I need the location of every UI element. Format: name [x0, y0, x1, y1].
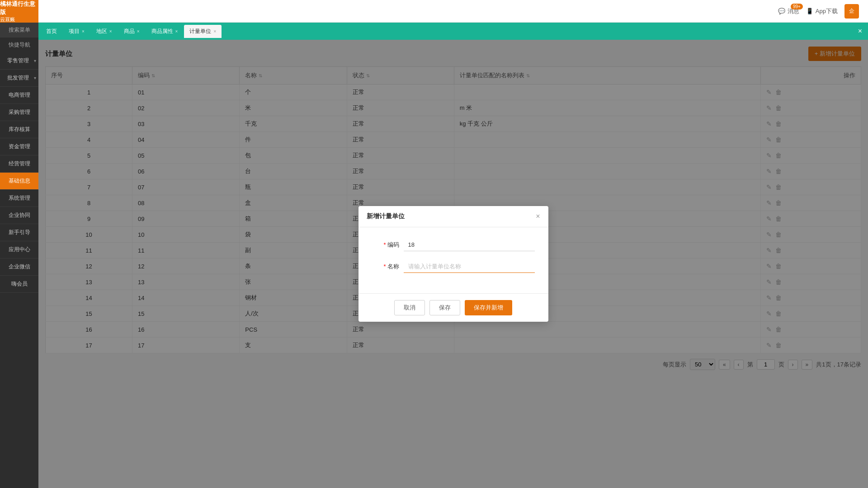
tab-goods-attr[interactable]: 商品属性 × [146, 25, 184, 38]
modal-body: *编码 *名称 [359, 227, 548, 293]
sidebar-item-ops[interactable]: 经营管理 [0, 155, 38, 173]
close-unit-tab[interactable]: × [213, 29, 216, 34]
modal-header: 新增计量单位 × [359, 206, 548, 227]
sidebar-item-purchase[interactable]: 采购管理 [0, 104, 38, 121]
sidebar-item-retail[interactable]: 零售管理 ▾ [0, 52, 38, 70]
sidebar-item-vip[interactable]: 嗨会员 [0, 276, 38, 293]
close-goods-attr-tab[interactable]: × [175, 29, 178, 34]
app-logo: 橘林通行生意版 云豆账 [0, 0, 38, 23]
tab-unit[interactable]: 计量单位 × [184, 25, 222, 38]
logo-text: 橘林通行生意版 [0, 0, 38, 16]
main-content: 💬 消息 99+ 📱 App下载 企 首页 项目 × 地区 × 商品 × [38, 0, 868, 488]
quick-nav[interactable]: 快捷导航 [0, 38, 38, 52]
modal-close-btn[interactable]: × [536, 212, 540, 221]
logo-sub: 云豆账 [0, 16, 38, 23]
save-and-new-button[interactable]: 保存并新增 [465, 300, 512, 315]
code-label: *编码 [372, 241, 399, 249]
search-menu[interactable]: 搜索菜单 [0, 23, 38, 38]
sidebar-item-system[interactable]: 系统管理 [0, 190, 38, 207]
app-download-label: App下载 [816, 7, 838, 15]
tab-home[interactable]: 首页 [41, 25, 62, 38]
user-avatar[interactable]: 企 [844, 4, 859, 19]
modal-title: 新增计量单位 [367, 212, 405, 221]
save-button[interactable]: 保存 [429, 300, 460, 315]
name-input[interactable] [404, 260, 535, 273]
tab-goods[interactable]: 商品 × [118, 25, 145, 38]
sidebar-item-inventory[interactable]: 库存核算 [0, 121, 38, 138]
sidebar-item-finance[interactable]: 资金管理 [0, 138, 38, 155]
modal-footer: 取消 保存 保存并新增 [359, 293, 548, 322]
sidebar-item-enterprise[interactable]: 企业微信 [0, 258, 38, 276]
close-region-tab[interactable]: × [109, 29, 112, 34]
header-actions: 💬 消息 99+ 📱 App下载 企 [778, 4, 859, 19]
sidebar-item-appcenter[interactable]: 应用中心 [0, 241, 38, 258]
name-label: *名称 [372, 263, 399, 271]
sidebar-item-guide[interactable]: 新手引导 [0, 224, 38, 241]
content-area: 计量单位 + 新增计量单位 序号 编码⇅ 名称⇅ 状态⇅ 计量单位匹配的名称列表… [38, 40, 868, 488]
tabs-bar: 首页 项目 × 地区 × 商品 × 商品属性 × 计量单位 × × [38, 23, 868, 40]
sidebar: 橘林通行生意版 云豆账 搜索菜单 快捷导航 零售管理 ▾ 批发管理 ▾ 电商管理… [0, 0, 38, 488]
form-row-name: *名称 [372, 260, 535, 273]
sidebar-item-basic[interactable]: 基础信息 [0, 173, 38, 190]
close-project-tab[interactable]: × [82, 29, 85, 34]
modal-overlay: 新增计量单位 × *编码 *名称 [38, 40, 868, 488]
sidebar-item-agreement[interactable]: 企业协同 [0, 207, 38, 224]
close-all-tabs[interactable]: × [854, 27, 866, 35]
sidebar-item-ecom[interactable]: 电商管理 [0, 87, 38, 104]
sidebar-item-wholesale[interactable]: 批发管理 ▾ [0, 70, 38, 87]
message-icon: 💬 [778, 8, 785, 14]
download-icon: 📱 [806, 8, 813, 14]
top-header: 💬 消息 99+ 📱 App下载 企 [38, 0, 868, 23]
tab-project[interactable]: 项目 × [63, 25, 90, 38]
code-input[interactable] [404, 239, 535, 251]
form-row-code: *编码 [372, 239, 535, 251]
tab-region[interactable]: 地区 × [91, 25, 118, 38]
add-unit-modal: 新增计量单位 × *编码 *名称 [359, 206, 548, 322]
message-btn[interactable]: 💬 消息 99+ [778, 7, 799, 15]
message-badge: 99+ [791, 4, 803, 9]
cancel-button[interactable]: 取消 [394, 300, 425, 315]
close-goods-tab[interactable]: × [137, 29, 140, 34]
app-download-btn[interactable]: 📱 App下载 [806, 7, 838, 15]
